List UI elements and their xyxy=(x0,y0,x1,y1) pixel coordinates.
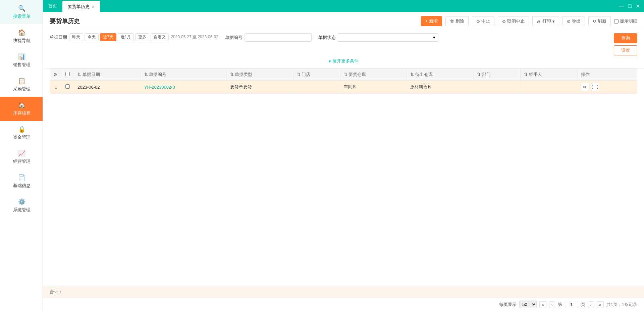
col-store[interactable]: ⇅ 门店 xyxy=(293,69,340,81)
home-icon: 🏠 xyxy=(18,29,25,36)
expand-more-icon: ▾ xyxy=(329,59,331,64)
new-button[interactable]: + 新增 xyxy=(421,16,442,26)
tab-order-history-label: 要货单历史 xyxy=(68,4,90,10)
sidebar-item-label: 搜索菜单 xyxy=(13,13,31,19)
expand-more-btn[interactable]: ▾ 展开更多条件 xyxy=(50,58,637,64)
cancel-suspend-button[interactable]: ⊘ 取消中止 xyxy=(498,16,529,26)
refresh-icon: ↻ xyxy=(593,19,596,24)
col-pending-warehouse[interactable]: ⇅ 待出仓库 xyxy=(407,69,474,81)
window-close-icon[interactable]: ✕ xyxy=(636,3,640,9)
sidebar-item-sys-mgmt[interactable]: ⚙️ 系统管理 xyxy=(0,193,43,218)
page-label: 第 xyxy=(558,302,562,308)
col-order-no[interactable]: ⇅ 单据编号 xyxy=(141,69,226,81)
window-maximize-icon[interactable]: □ xyxy=(628,3,632,9)
suspend-button[interactable]: ⊘ 中止 xyxy=(472,16,494,26)
row-edit-btn[interactable]: ✏ xyxy=(581,83,589,91)
tab-home[interactable]: 首页 xyxy=(43,0,62,12)
query-actions: 查询 设置 xyxy=(614,33,637,55)
sidebar-item-sales-mgmt[interactable]: 📊 销售管理 xyxy=(0,48,43,73)
col-req-warehouse[interactable]: ⇅ 要货仓库 xyxy=(340,69,407,81)
sidebar-item-label: 经营管理 xyxy=(13,159,31,165)
summary-label: 合计： xyxy=(50,289,63,294)
warehouse-icon: 🏠 xyxy=(18,101,25,109)
tab-order-history[interactable]: 要货单历史 ✕ xyxy=(62,1,100,13)
sort-icon: ⇅ xyxy=(477,72,481,77)
page-of-label: 页 xyxy=(581,302,585,308)
filter-area: 单据日期 昨天 今天 近7天 近1月 更多 自定义 2023-05-27 至 2… xyxy=(43,29,644,69)
sidebar-item-base-info[interactable]: 📄 基础信息 xyxy=(0,169,43,193)
select-all-checkbox[interactable] xyxy=(65,72,70,76)
date-btn-7days[interactable]: 近7天 xyxy=(100,33,116,41)
row-order-type: 要货单要货 xyxy=(226,81,293,94)
print-button[interactable]: 🖨 打印 ▾ xyxy=(532,16,559,26)
cancel-suspend-icon: ⊘ xyxy=(502,19,506,24)
row-date: 2023-06-02 xyxy=(74,81,141,94)
gear-icon: ⚙️ xyxy=(18,198,25,206)
order-no-label: 单据编号 xyxy=(225,35,243,41)
orders-table: ⚙ ⇅ 单据日期 ⇅ 单据编号 ⇅ 单据类型 xyxy=(50,69,637,94)
query-button[interactable]: 查询 xyxy=(614,33,637,43)
page-title: 要货单历史 xyxy=(50,17,80,25)
page-size-select[interactable]: 10 20 50 100 xyxy=(519,301,537,308)
sidebar-item-label: 系统管理 xyxy=(13,207,31,213)
refresh-button[interactable]: ↻ 刷新 xyxy=(588,16,611,26)
status-label: 单据状态 xyxy=(318,35,336,41)
export-icon: ⊙ xyxy=(567,19,571,24)
col-order-type[interactable]: ⇅ 单据类型 xyxy=(226,69,293,81)
print-dropdown-icon: ▾ xyxy=(552,19,555,24)
sidebar-item-purchase-mgmt[interactable]: 📋 采购管理 xyxy=(0,73,43,97)
show-detail-checkbox[interactable] xyxy=(614,19,619,24)
page-input[interactable] xyxy=(565,301,578,308)
status-select[interactable]: ▾ xyxy=(338,33,438,42)
col-handler[interactable]: ⇅ 经手人 xyxy=(521,69,577,81)
export-button[interactable]: ⊙ 导出 xyxy=(562,16,585,26)
table-container[interactable]: ⚙ ⇅ 单据日期 ⇅ 单据编号 ⇅ 单据类型 xyxy=(43,69,644,286)
sort-icon: ⇅ xyxy=(144,72,148,77)
tab-close-icon[interactable]: ✕ xyxy=(92,5,95,9)
table-footer-summary: 合计： xyxy=(43,286,644,298)
sidebar-item-finance-mgmt[interactable]: 🔒 资金管理 xyxy=(0,121,43,145)
last-page-btn[interactable]: » xyxy=(597,301,604,308)
sidebar-item-quick-nav[interactable]: 🏠 快捷导航 xyxy=(0,24,43,48)
order-no-input[interactable] xyxy=(245,33,312,42)
col-checkbox[interactable] xyxy=(62,69,74,81)
tab-bar-actions: — □ ✕ xyxy=(619,3,644,9)
show-detail-checkbox-label[interactable]: 显示明细 xyxy=(614,18,637,24)
date-btn-custom[interactable]: 自定义 xyxy=(151,33,169,41)
row-more-btn[interactable]: ⋮⋮ xyxy=(591,83,599,91)
col-dept[interactable]: ⇅ 部门 xyxy=(474,69,521,81)
date-btn-more[interactable]: 更多 xyxy=(135,33,149,41)
col-settings[interactable]: ⚙ xyxy=(50,69,62,81)
main-content: 首页 要货单历史 ✕ — □ ✕ 要货单历史 + 新增 🗑 删除 ⊘ xyxy=(43,0,644,311)
date-filter-label: 单据日期 xyxy=(50,34,67,40)
row-checkbox[interactable] xyxy=(62,81,74,94)
row-select-checkbox[interactable] xyxy=(65,84,70,89)
search-icon: 🔍 xyxy=(18,5,25,12)
ops-icon: 📈 xyxy=(18,150,25,157)
date-btn-1month[interactable]: 近1月 xyxy=(118,33,134,41)
col-date[interactable]: ⇅ 单据日期 xyxy=(74,69,141,81)
table-row: 1 2023-06-02 YH-20230602-0 要货单要货 车间库 原材料… xyxy=(50,81,637,94)
sort-icon: ⇅ xyxy=(77,72,81,77)
date-filter: 单据日期 昨天 今天 近7天 近1月 更多 自定义 2023-05-27 至 2… xyxy=(50,33,218,41)
window-minimize-icon[interactable]: — xyxy=(619,3,624,9)
order-no-link[interactable]: YH-20230602-0 xyxy=(144,85,175,90)
date-btn-today[interactable]: 今天 xyxy=(85,33,99,41)
settings-button[interactable]: 设置 xyxy=(614,45,637,55)
prev-page-btn[interactable]: ‹ xyxy=(549,301,555,308)
next-page-btn[interactable]: › xyxy=(588,301,594,308)
print-icon: 🖨 xyxy=(537,19,541,24)
sidebar-item-search-menu[interactable]: 🔍 搜索菜单 xyxy=(0,0,43,24)
sidebar-item-inventory[interactable]: 🏠 库存核算 xyxy=(0,97,43,121)
sidebar: 🔍 搜索菜单 🏠 快捷导航 📊 销售管理 📋 采购管理 🏠 库存核算 🔒 资金管… xyxy=(0,0,43,311)
sort-icon: ⇅ xyxy=(297,72,301,77)
suspend-icon: ⊘ xyxy=(476,19,480,24)
sidebar-item-label: 销售管理 xyxy=(13,62,31,68)
first-page-btn[interactable]: « xyxy=(539,301,546,308)
status-select-wrapper: ▾ xyxy=(338,33,438,42)
date-btn-yesterday[interactable]: 昨天 xyxy=(69,33,83,41)
sort-icon: ⇅ xyxy=(524,72,528,77)
sidebar-item-ops-mgmt[interactable]: 📈 经营管理 xyxy=(0,145,43,169)
table-settings-icon[interactable]: ⚙ xyxy=(53,72,57,77)
delete-button[interactable]: 🗑 删除 xyxy=(445,16,469,26)
